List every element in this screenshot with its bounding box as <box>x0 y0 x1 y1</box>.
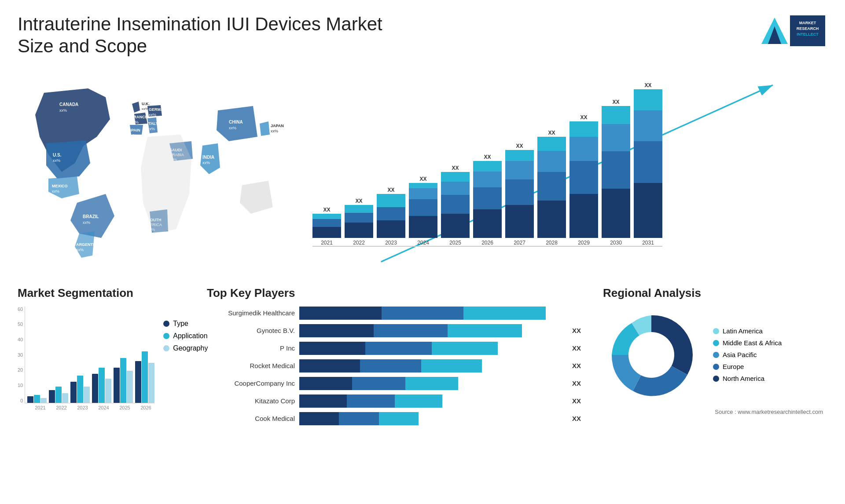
segmentation-title: Market Segmentation <box>18 286 189 300</box>
legend-middle-east: Middle East & Africa <box>713 339 782 347</box>
legend-latin-america: Latin America <box>713 327 782 335</box>
svg-text:xx%: xx% <box>142 107 148 111</box>
svg-text:INDIA: INDIA <box>202 155 214 160</box>
svg-text:RESEARCH: RESEARCH <box>797 26 819 31</box>
svg-text:xx%: xx% <box>129 133 136 138</box>
svg-text:xx%: xx% <box>76 248 84 252</box>
svg-text:xx%: xx% <box>131 120 139 124</box>
svg-text:CANADA: CANADA <box>59 102 78 107</box>
svg-text:U.K.: U.K. <box>142 102 150 106</box>
regional-title: Regional Analysis <box>603 286 823 300</box>
svg-text:INTELLECT: INTELLECT <box>797 32 819 37</box>
segmentation-section: Market Segmentation 60 50 40 30 20 10 0 <box>18 286 189 430</box>
regional-legend: Latin America Middle East & Africa Asia … <box>713 327 782 382</box>
svg-text:GERMANY: GERMANY <box>149 107 169 112</box>
svg-text:JAPAN: JAPAN <box>271 124 284 128</box>
page-title: Intrauterine Insemination IUI Devices Ma… <box>18 13 414 58</box>
svg-text:xx%: xx% <box>229 126 236 130</box>
bar-2021: XX 2021 <box>312 207 341 246</box>
regional-section: Regional Analysis <box>599 286 827 430</box>
player-surgimedik: Surgimedik Healthcare <box>207 307 581 320</box>
svg-text:ITALY: ITALY <box>147 121 158 126</box>
bar-2022: XX 2022 <box>345 198 373 246</box>
svg-text:CHINA: CHINA <box>229 120 243 124</box>
svg-text:BRAZIL: BRAZIL <box>83 214 99 219</box>
player-kitazato: Kitazato Corp XX <box>207 394 581 408</box>
key-players-section: Top Key Players Surgimedik Healthcare Gy… <box>198 286 590 430</box>
svg-text:xx%: xx% <box>271 129 278 133</box>
bar-2025: XX 2025 <box>441 165 470 246</box>
bar-2026: XX 2026 <box>473 154 502 246</box>
svg-text:xx%: xx% <box>149 113 156 117</box>
bar-2024: XX 2024 <box>409 176 437 246</box>
bar-2023: XX 2023 <box>377 187 405 246</box>
donut-chart <box>603 307 700 403</box>
key-players-title: Top Key Players <box>207 286 581 300</box>
svg-point-40 <box>628 332 674 378</box>
svg-text:xx%: xx% <box>59 108 67 113</box>
bottom-row: Market Segmentation 60 50 40 30 20 10 0 <box>18 286 827 430</box>
map-section: CANADA xx% U.S. xx% MEXICO xx% BRAZIL xx… <box>18 66 290 278</box>
seg-bar-2024 <box>92 368 111 403</box>
seg-bar-2021 <box>27 395 47 403</box>
bar-2031: XX 2031 <box>634 82 662 246</box>
logo: MARKET RESEARCH INTELLECT <box>757 13 827 48</box>
header: Intrauterine Insemination IUI Devices Ma… <box>18 13 827 58</box>
legend-europe: Europe <box>713 363 782 370</box>
seg-bar-2022 <box>49 387 68 403</box>
svg-text:ARGENTINA: ARGENTINA <box>76 242 100 247</box>
svg-text:xx%: xx% <box>52 189 59 194</box>
legend-asia-pacific: Asia Pacific <box>713 351 782 358</box>
svg-text:xx%: xx% <box>53 158 60 163</box>
svg-text:xx%: xx% <box>147 127 155 131</box>
seg-bar-2026 <box>135 351 154 403</box>
growth-chart: XX 2021 XX <box>299 66 827 278</box>
bar-2029: XX 2029 <box>569 114 598 246</box>
bar-2027: XX 2027 <box>505 143 534 246</box>
player-rocket: Rocket Medical XX <box>207 359 581 373</box>
player-cooper: CooperCompany Inc XX <box>207 377 581 390</box>
svg-text:FRANCE: FRANCE <box>131 115 148 119</box>
svg-text:xx%: xx% <box>83 220 90 225</box>
source-text: Source : www.marketresearchintellect.com <box>715 409 823 415</box>
legend-north-america: North America <box>713 375 782 382</box>
player-gynotec: Gynotec B.V. XX <box>207 324 581 337</box>
page: Intrauterine Insemination IUI Devices Ma… <box>0 0 845 504</box>
svg-text:U.S.: U.S. <box>53 153 62 157</box>
seg-bar-2023 <box>70 376 90 403</box>
world-map: CANADA xx% U.S. xx% MEXICO xx% BRAZIL xx… <box>18 66 290 278</box>
svg-text:MEXICO: MEXICO <box>52 184 68 188</box>
player-cook: Cook Medical XX <box>207 412 581 425</box>
player-pinc: P Inc XX <box>207 342 581 355</box>
seg-bar-2025 <box>114 358 133 403</box>
bar-2028: XX 2028 <box>537 130 566 246</box>
svg-text:SPAIN: SPAIN <box>129 128 140 132</box>
donut-container: Latin America Middle East & Africa Asia … <box>603 307 823 403</box>
svg-text:MARKET: MARKET <box>799 21 816 25</box>
svg-text:xx%: xx% <box>202 161 210 165</box>
svg-rect-2 <box>790 15 825 46</box>
bar-2030: XX 2030 <box>602 99 630 246</box>
